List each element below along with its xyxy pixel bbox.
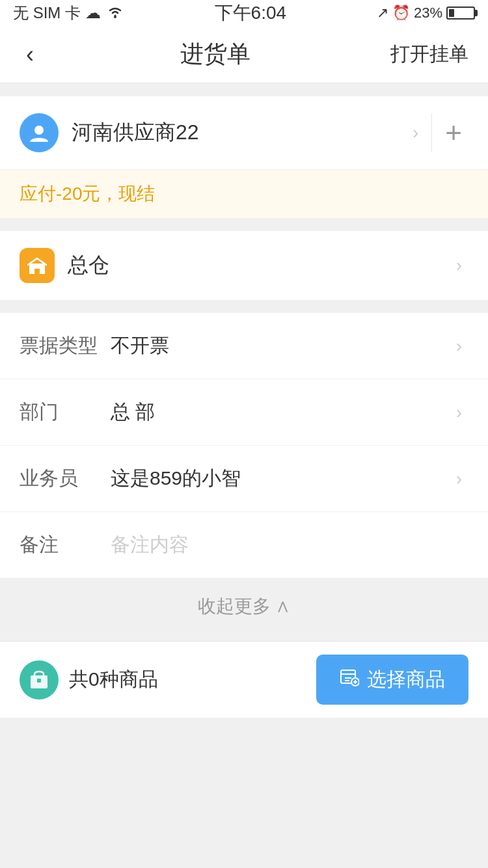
product-icon xyxy=(20,660,59,699)
remark-input[interactable]: 备注内容 xyxy=(111,532,468,558)
remark-row[interactable]: 备注 备注内容 xyxy=(0,512,488,578)
dept-value: 总 部 xyxy=(111,399,456,426)
warehouse-chevron-icon: › xyxy=(456,255,462,276)
svg-rect-5 xyxy=(37,679,41,683)
battery-percent: 23% xyxy=(414,5,442,21)
svg-point-1 xyxy=(34,126,44,135)
section-gap-4 xyxy=(0,634,488,641)
section-gap-3 xyxy=(0,300,488,313)
nav-bar: ‹ 进货单 打开挂单 xyxy=(0,26,488,83)
salesman-label: 业务员 xyxy=(20,465,111,492)
collapse-toggle[interactable]: 收起更多 ∧ xyxy=(0,578,488,634)
invoice-chevron-icon: › xyxy=(456,336,462,357)
select-icon xyxy=(340,668,359,692)
status-right: ↗ ⏰ 23% xyxy=(377,5,475,21)
warehouse-name: 总仓 xyxy=(68,251,443,280)
svg-point-0 xyxy=(114,16,116,18)
warehouse-icon xyxy=(20,248,55,283)
supplier-info[interactable]: 河南供应商22 › xyxy=(20,113,425,152)
sim-label: 无 SIM 卡 ☁ xyxy=(13,3,101,23)
page-title: 进货单 xyxy=(180,38,251,70)
supplier-section: 河南供应商22 › + 应付-20元，现结 xyxy=(0,96,488,218)
warehouse-section[interactable]: 总仓 › xyxy=(0,231,488,300)
salesman-chevron-icon: › xyxy=(456,468,462,489)
alert-banner: 应付-20元，现结 xyxy=(0,170,488,218)
invoice-row[interactable]: 票据类型 不开票 › xyxy=(0,313,488,379)
add-supplier-button[interactable]: + xyxy=(439,116,468,149)
svg-rect-3 xyxy=(34,269,40,274)
section-gap-2 xyxy=(0,218,488,231)
salesman-value: 这是859的小智 xyxy=(111,465,456,492)
supplier-chevron-icon: › xyxy=(413,122,418,143)
alarm-icon: ⏰ xyxy=(392,5,410,21)
dept-row[interactable]: 部门 总 部 › xyxy=(0,379,488,446)
invoice-value: 不开票 xyxy=(111,332,456,359)
dept-chevron-icon: › xyxy=(456,402,462,423)
status-bar: 无 SIM 卡 ☁ 下午6:04 ↗ ⏰ 23% xyxy=(0,0,488,26)
bottom-bar: 共0种商品 选择商品 xyxy=(0,641,488,718)
form-section: 票据类型 不开票 › 部门 总 部 › 业务员 这是859的小智 › 备注 备注… xyxy=(0,313,488,578)
battery-icon xyxy=(446,7,475,20)
page-background xyxy=(0,718,488,868)
wifi-icon xyxy=(106,4,124,22)
remark-label: 备注 xyxy=(20,532,111,558)
status-time: 下午6:04 xyxy=(215,1,287,25)
section-gap-1 xyxy=(0,83,488,96)
supplier-name: 河南供应商22 xyxy=(72,118,400,147)
open-hang-button[interactable]: 打开挂单 xyxy=(390,41,468,68)
status-left: 无 SIM 卡 ☁ xyxy=(13,3,124,23)
select-btn-label: 选择商品 xyxy=(367,666,445,693)
location-icon: ↗ xyxy=(377,5,388,21)
supplier-avatar xyxy=(20,113,59,152)
supplier-divider xyxy=(431,113,432,152)
collapse-label: 收起更多 ∧ xyxy=(198,594,291,619)
invoice-label: 票据类型 xyxy=(20,332,111,359)
product-count-text: 共0种商品 xyxy=(69,666,158,693)
dept-label: 部门 xyxy=(20,399,111,426)
warehouse-row[interactable]: 总仓 › xyxy=(0,231,488,300)
select-product-button[interactable]: 选择商品 xyxy=(316,655,468,705)
salesman-row[interactable]: 业务员 这是859的小智 › xyxy=(0,446,488,512)
back-button[interactable]: ‹ xyxy=(20,34,40,75)
product-count-area: 共0种商品 xyxy=(20,660,158,699)
supplier-row[interactable]: 河南供应商22 › + xyxy=(0,96,488,170)
